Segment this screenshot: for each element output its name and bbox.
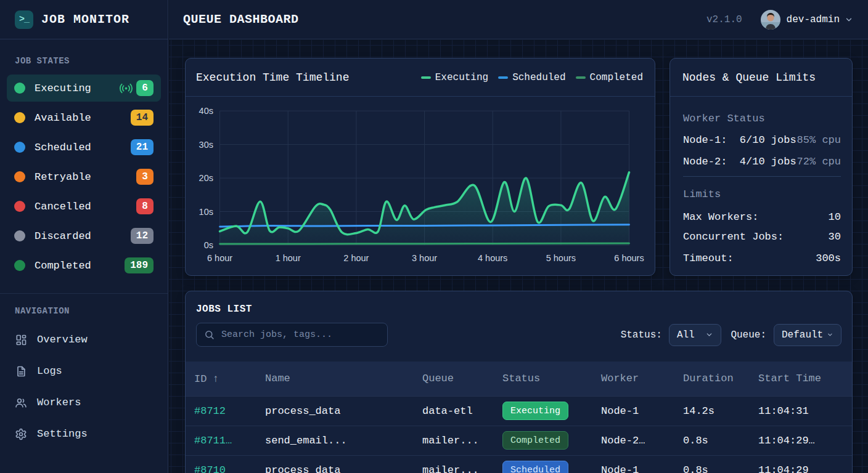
svg-text:0s: 0s [204,240,213,250]
svg-text:2 hour: 2 hour [343,253,369,263]
svg-text:40s: 40s [199,106,213,116]
svg-text:3 hour: 3 hour [412,253,437,263]
svg-text:10s: 10s [199,207,213,217]
svg-text:5 hours: 5 hours [546,253,576,263]
svg-text:6 hours: 6 hours [614,253,644,263]
svg-text:4 hours: 4 hours [478,253,507,263]
svg-text:30s: 30s [199,140,213,150]
svg-text:6 hour: 6 hour [207,253,232,263]
svg-text:20s: 20s [199,173,213,183]
svg-text:1 hour: 1 hour [276,253,301,263]
